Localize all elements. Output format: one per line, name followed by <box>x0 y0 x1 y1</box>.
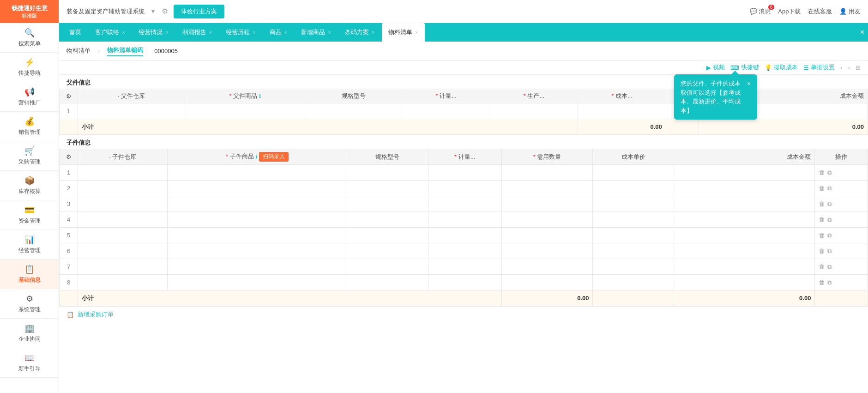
child-spec-cell[interactable] <box>347 275 428 290</box>
toolbar-settings[interactable]: ☰ 单据设置 <box>803 63 835 72</box>
close-icon[interactable]: × <box>253 30 255 35</box>
close-icon[interactable]: × <box>165 30 168 35</box>
close-icon[interactable]: × <box>284 30 287 35</box>
child-cost-unit-cell[interactable] <box>593 275 674 290</box>
delete-icon[interactable]: 🗑 <box>819 169 825 176</box>
child-product-cell[interactable] <box>168 228 347 243</box>
user-avatar[interactable]: 👤 用友 <box>839 7 861 16</box>
tab-new-goods[interactable]: 新增商品 × <box>295 23 337 42</box>
scan-button[interactable]: 扫码录入 <box>259 152 289 162</box>
child-unit-cell[interactable] <box>428 228 501 243</box>
child-spec-cell[interactable] <box>347 228 428 243</box>
child-spec-cell[interactable] <box>347 165 428 181</box>
copy-icon[interactable]: ⧉ <box>827 185 832 192</box>
child-unit-cell[interactable] <box>428 243 501 259</box>
tab-barcode[interactable]: 条码方案 × <box>338 23 381 42</box>
sub-tab-list[interactable]: 物料清单 <box>66 46 90 56</box>
child-spec-cell[interactable] <box>347 243 428 259</box>
tab-history[interactable]: 经营历程 × <box>219 23 262 42</box>
trial-button[interactable]: 体验行业方案 <box>174 5 224 18</box>
delete-icon[interactable]: 🗑 <box>819 200 825 207</box>
child-product-cell[interactable] <box>168 243 347 259</box>
delete-icon[interactable]: 🗑 <box>819 279 825 286</box>
close-icon[interactable]: × <box>328 30 331 35</box>
child-product-cell[interactable] <box>168 196 347 212</box>
gear-icon[interactable]: ⚙ <box>162 7 168 16</box>
online-service[interactable]: 在线客服 <box>808 7 832 16</box>
child-warehouse-cell[interactable] <box>78 243 168 259</box>
parent-warehouse-cell[interactable] <box>78 103 185 119</box>
sidebar-item-guide[interactable]: 📖 新手引导 <box>0 348 59 378</box>
child-cost-unit-cell[interactable] <box>593 196 674 212</box>
child-warehouse-cell[interactable] <box>78 165 168 181</box>
delete-icon[interactable]: 🗑 <box>819 248 825 254</box>
child-quantity-cell[interactable] <box>501 196 593 212</box>
child-quantity-cell[interactable] <box>501 181 593 196</box>
child-spec-cell[interactable] <box>347 259 428 275</box>
sidebar-item-marketing[interactable]: 📢 营销推广 <box>0 82 59 112</box>
close-all-icon[interactable]: × <box>860 28 864 36</box>
child-unit-cell[interactable] <box>428 259 501 275</box>
parent-spec-cell[interactable] <box>305 103 402 119</box>
delete-icon[interactable]: 🗑 <box>819 216 825 223</box>
child-product-cell[interactable] <box>168 165 347 181</box>
child-product-cell[interactable] <box>168 259 347 275</box>
close-icon[interactable]: × <box>209 30 212 35</box>
child-unit-cell[interactable] <box>428 181 501 196</box>
copy-icon[interactable]: ⧉ <box>827 232 832 239</box>
close-icon[interactable]: × <box>372 30 374 35</box>
sidebar-item-enterprise[interactable]: 🏢 企业协同 <box>0 319 59 348</box>
toolbar-cost[interactable]: 💡 提取成本 <box>765 63 798 72</box>
child-product-cell[interactable] <box>168 181 347 196</box>
sidebar-item-finance[interactable]: 💳 资金管理 <box>0 200 59 230</box>
tab-customers[interactable]: 客户联络 × <box>89 23 131 42</box>
child-quantity-cell[interactable] <box>501 165 593 181</box>
nav-left-icon[interactable]: ‹ <box>840 64 842 71</box>
child-quantity-cell[interactable] <box>501 275 593 290</box>
child-quantity-cell[interactable] <box>501 259 593 275</box>
copy-icon[interactable]: ⧉ <box>827 169 832 176</box>
child-unit-cell[interactable] <box>428 196 501 212</box>
copy-icon[interactable]: ⧉ <box>827 263 832 271</box>
delete-icon[interactable]: 🗑 <box>819 263 825 270</box>
parent-production-cell[interactable] <box>490 103 578 119</box>
child-cost-unit-cell[interactable] <box>593 165 674 181</box>
message-item[interactable]: 💬 6 消息 <box>750 7 771 16</box>
child-spec-cell[interactable] <box>347 181 428 196</box>
parent-unit-cell[interactable] <box>402 103 490 119</box>
copy-icon[interactable]: ⧉ <box>827 216 832 224</box>
child-cost-unit-cell[interactable] <box>593 181 674 196</box>
child-quantity-cell[interactable] <box>501 228 593 243</box>
child-product-cell[interactable] <box>168 212 347 228</box>
sidebar-item-sales[interactable]: 💰 销售管理 <box>0 112 59 141</box>
child-spec-cell[interactable] <box>347 212 428 228</box>
toolbar-view[interactable]: ▶ 视频 <box>706 63 725 72</box>
close-icon[interactable]: × <box>122 30 125 35</box>
child-unit-cell[interactable] <box>428 275 501 290</box>
delete-icon[interactable]: 🗑 <box>819 185 825 192</box>
grid-icon[interactable]: ⊞ <box>856 64 861 71</box>
tab-business[interactable]: 经营情况 × <box>132 23 175 42</box>
sub-tab-detail[interactable]: 物料清单编码 <box>107 45 143 56</box>
tab-home[interactable]: 首页 <box>63 23 88 42</box>
child-warehouse-cell[interactable] <box>78 212 168 228</box>
app-download[interactable]: App下载 <box>778 7 801 16</box>
child-warehouse-cell[interactable] <box>78 228 168 243</box>
copy-icon[interactable]: ⧉ <box>827 248 832 255</box>
dropdown-icon[interactable]: ▼ <box>150 8 156 15</box>
child-unit-cell[interactable] <box>428 165 501 181</box>
child-cost-unit-cell[interactable] <box>593 212 674 228</box>
child-product-cell[interactable] <box>168 275 347 290</box>
child-cost-unit-cell[interactable] <box>593 228 674 243</box>
tooltip-close-button[interactable]: × <box>747 79 751 89</box>
sidebar-item-inventory[interactable]: 📦 库存核算 <box>0 171 59 200</box>
child-quantity-cell[interactable] <box>501 243 593 259</box>
nav-right-icon[interactable]: › <box>848 64 850 71</box>
sidebar-item-basic-info[interactable]: 📋 基础信息 <box>0 260 59 289</box>
child-spec-cell[interactable] <box>347 196 428 212</box>
child-warehouse-cell[interactable] <box>78 275 168 290</box>
tab-profit[interactable]: 利润报告 × <box>176 23 218 42</box>
tab-bom[interactable]: 物料清单 × <box>382 23 424 42</box>
copy-icon[interactable]: ⧉ <box>827 200 832 208</box>
child-warehouse-cell[interactable] <box>78 259 168 275</box>
